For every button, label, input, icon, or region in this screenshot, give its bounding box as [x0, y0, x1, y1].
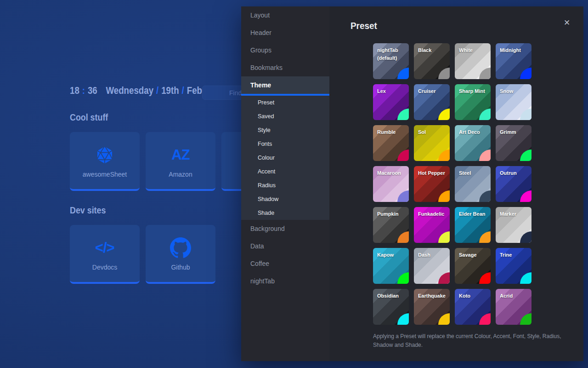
gem-icon [94, 144, 115, 166]
clock-minutes: 36 [88, 85, 97, 97]
settings-modal: LayoutHeaderGroupsBookmarksThemePresetSa… [241, 6, 583, 361]
submenu-item-style[interactable]: Style [241, 123, 329, 137]
preset-name: Marker [500, 210, 529, 218]
accent-swatch [479, 109, 491, 120]
preset-name: Midnight [500, 46, 529, 54]
accent-swatch [479, 68, 491, 79]
preset-tile-dash[interactable]: Dash [414, 248, 450, 284]
bookmark-label: Devdocs [92, 264, 117, 271]
preset-name: Dash [418, 251, 447, 259]
accent-swatch [520, 109, 531, 120]
preset-tile-sharp-mint[interactable]: Sharp Mint [455, 84, 491, 120]
preset-tile-obsidian[interactable]: Obsidian [373, 289, 409, 325]
submenu-item-colour[interactable]: Colour [241, 151, 329, 165]
accent-swatch [397, 272, 409, 284]
bookmark-card-awesomesheet[interactable]: awesomeSheet [70, 132, 140, 191]
preset-tile-steel[interactable]: Steel [455, 166, 491, 202]
sidebar-item-coffee[interactable]: Coffee [241, 255, 329, 272]
bookmark-label: awesomeSheet [83, 171, 127, 178]
close-icon[interactable]: ✕ [561, 17, 572, 29]
submenu-item-accent[interactable]: Accent [241, 165, 329, 178]
preset-tile-earthquake[interactable]: Earthquake [414, 289, 450, 325]
preset-name: Kapow [377, 251, 407, 259]
preset-tile-rumble[interactable]: Rumble [373, 125, 409, 161]
accent-swatch [397, 150, 409, 161]
preset-tile-marker[interactable]: Marker [496, 207, 531, 243]
preset-tile-hot-pepper[interactable]: Hot Pepper [414, 166, 450, 202]
preset-tile-savage[interactable]: Savage [455, 248, 491, 284]
preset-name: Pumpkin [377, 210, 407, 218]
bookmark-card-amazon[interactable]: AZAmazon [146, 132, 215, 191]
sidebar-item-data[interactable]: Data [241, 237, 329, 255]
preset-tile-outrun[interactable]: Outrun [496, 166, 531, 202]
clock-colon: : [82, 85, 85, 97]
preset-tile-funkadelic[interactable]: Funkadelic [414, 207, 450, 243]
accent-swatch [520, 231, 531, 243]
settings-nav: LayoutHeaderGroupsBookmarksThemePresetSa… [241, 6, 329, 361]
accent-swatch [520, 68, 531, 79]
preset-tile-kapow[interactable]: Kapow [373, 248, 409, 284]
submenu-item-shade[interactable]: Shade [241, 206, 329, 220]
panel-title: Preset [351, 20, 542, 31]
preset-tile-sol[interactable]: Sol [414, 125, 450, 161]
code-icon: </> [95, 236, 114, 259]
accent-swatch [479, 313, 491, 325]
amazon-monogram-icon: AZ [171, 147, 189, 163]
preset-tile-black[interactable]: Black [414, 43, 450, 79]
github-icon [170, 237, 191, 259]
preset-tile-macaroon[interactable]: Macaroon [373, 166, 409, 202]
preset-name: Acrid [500, 292, 529, 300]
preset-tile-grimm[interactable]: Grimm [496, 125, 531, 161]
accent-swatch [438, 68, 450, 79]
preset-name: Earthquake [418, 292, 447, 300]
preset-tile-midnight[interactable]: Midnight [496, 43, 531, 79]
sidebar-item-nighttab[interactable]: nightTab [241, 272, 329, 290]
bookmark-label: Amazon [169, 171, 192, 178]
preset-tile-nighttab-default[interactable]: nightTab (default) [373, 43, 409, 79]
accent-swatch [479, 190, 491, 202]
submenu-item-radius[interactable]: Radius [241, 178, 329, 192]
amazon-monogram-icon: AZ [171, 144, 189, 167]
sidebar-item-groups[interactable]: Groups [241, 41, 329, 59]
sidebar-item-theme[interactable]: Theme [241, 76, 329, 96]
preset-tile-trine[interactable]: Trine [496, 248, 531, 284]
submenu-item-preset[interactable]: Preset [241, 96, 329, 109]
accent-swatch [479, 272, 491, 284]
accent-swatch [438, 190, 450, 202]
bookmark-card-github[interactable]: Github [146, 225, 215, 284]
preset-name: White [459, 46, 488, 54]
date-separator: / [182, 85, 184, 97]
preset-tile-snow[interactable]: Snow [496, 84, 531, 120]
preset-name: Cruiser [418, 87, 447, 95]
preset-tile-pumpkin[interactable]: Pumpkin [373, 207, 409, 243]
submenu-item-fonts[interactable]: Fonts [241, 137, 329, 151]
preset-tile-koto[interactable]: Koto [455, 289, 491, 325]
sidebar-item-header[interactable]: Header [241, 24, 329, 41]
preset-tile-white[interactable]: White [455, 43, 491, 79]
accent-swatch [397, 190, 409, 202]
submenu-item-shadow[interactable]: Shadow [241, 192, 329, 206]
preset-tile-art-deco[interactable]: Art Deco [455, 125, 491, 161]
settings-panel: Preset ✕ nightTab (default)BlackWhiteMid… [329, 6, 583, 361]
sidebar-item-layout[interactable]: Layout [241, 6, 329, 24]
accent-swatch [479, 150, 491, 161]
bookmark-card-devdocs[interactable]: </>Devdocs [70, 225, 140, 284]
preset-tile-lex[interactable]: Lex [373, 84, 409, 120]
preset-tile-acrid[interactable]: Acrid [496, 289, 531, 325]
preset-tile-elder-bean[interactable]: Elder Bean [455, 207, 491, 243]
preset-name: nightTab (default) [377, 46, 407, 62]
accent-swatch [438, 109, 450, 120]
preset-name: Lex [377, 87, 407, 95]
accent-swatch [520, 272, 531, 284]
submenu-item-saved[interactable]: Saved [241, 109, 329, 123]
preset-name: Grimm [500, 128, 529, 136]
preset-tile-cruiser[interactable]: Cruiser [414, 84, 450, 120]
sidebar-item-bookmarks[interactable]: Bookmarks [241, 59, 329, 76]
date-day: 19th [161, 85, 179, 97]
sidebar-item-background[interactable]: Background [241, 220, 329, 237]
preset-name: Macaroon [377, 169, 407, 177]
preset-name: Funkadelic [418, 210, 447, 218]
accent-swatch [479, 231, 491, 243]
accent-swatch [520, 313, 531, 325]
preset-name: Outrun [500, 169, 529, 177]
